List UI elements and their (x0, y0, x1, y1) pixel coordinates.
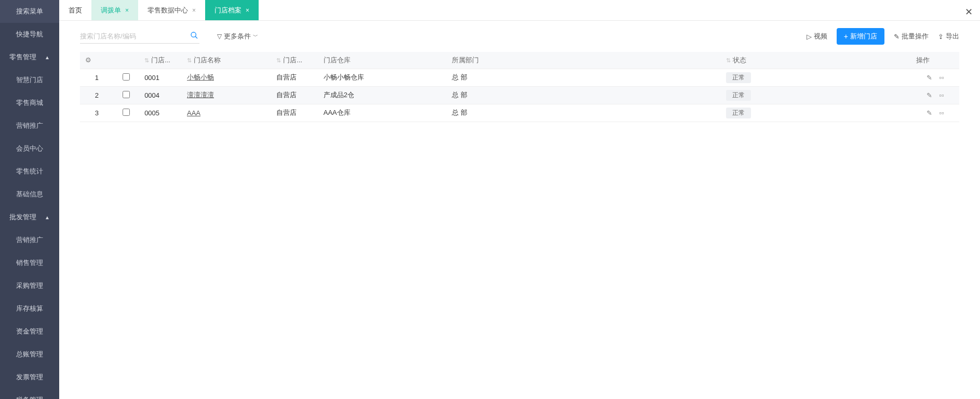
funnel-icon: ▽ (217, 33, 222, 40)
store-name-link[interactable]: AAA (187, 109, 200, 117)
svg-line-1 (195, 36, 197, 38)
main-area: 首页 调拨单× 零售数据中心× 门店档案× ▽ 更多条件 ﹀ ▷视频 +新增门店… (59, 0, 980, 399)
th-store-code[interactable]: ⇅门店... (139, 52, 182, 69)
th-store-name[interactable]: ⇅门店名称 (182, 52, 271, 69)
video-label: 视频 (814, 32, 827, 41)
sidebar-item-label: 零售统计 (16, 167, 43, 176)
cell-checkbox (114, 86, 140, 104)
row-more-icon[interactable]: ▫▫ (939, 91, 944, 99)
sidebar-item-sales-mgmt[interactable]: 销售管理 (0, 251, 59, 274)
th-store-type[interactable]: ⇅门店... (271, 52, 318, 69)
th-status[interactable]: ⇅状态 (721, 52, 911, 69)
cell-code: 0004 (139, 86, 182, 104)
svg-point-0 (191, 32, 196, 37)
sidebar-item-label: 智慧门店 (16, 75, 43, 85)
row-more-icon[interactable]: ▫▫ (939, 109, 944, 117)
cell-type: 自营店 (271, 104, 318, 122)
row-more-icon[interactable]: ▫▫ (939, 74, 944, 82)
sidebar-item-invoice[interactable]: 发票管理 (0, 366, 59, 389)
play-icon: ▷ (807, 33, 812, 41)
th-gear[interactable]: ⚙ (80, 52, 114, 69)
table-header-row: ⚙ ⇅门店... ⇅门店名称 ⇅门店... 门店仓库 所属部门 ⇅状态 操作 (80, 52, 959, 69)
sidebar-item-basic-info[interactable]: 基础信息 (0, 183, 59, 206)
add-store-label: 新增门店 (850, 32, 877, 41)
close-icon[interactable]: × (125, 7, 129, 14)
cell-dept: 总 部 (447, 86, 721, 104)
sidebar-item-label: 总账管理 (16, 350, 43, 359)
row-edit-icon[interactable]: ✎ (927, 74, 932, 82)
sidebar-item-label: 销售管理 (16, 258, 43, 268)
row-checkbox[interactable] (123, 73, 130, 81)
th-label: 状态 (733, 56, 746, 64)
store-name-link[interactable]: 澶澶澶澶 (187, 91, 214, 99)
th-label: 门店仓库 (324, 56, 351, 64)
sidebar-item-marketing-2[interactable]: 营销推广 (0, 229, 59, 251)
store-name-link[interactable]: 小畅小畅 (187, 73, 214, 81)
table-row: 3 0005 AAA 自营店 AAA仓库 总 部 正常 ✎▫▫ (80, 104, 959, 122)
chevron-down-icon: ﹀ (253, 33, 258, 40)
sidebar-item-purchase-mgmt[interactable]: 采购管理 (0, 274, 59, 297)
sidebar-item-inventory[interactable]: 库存核算 (0, 297, 59, 320)
sidebar-item-label: 零售管理 (9, 52, 36, 62)
sidebar-item-label: 营销推广 (16, 121, 43, 130)
export-link[interactable]: ⇪导出 (938, 32, 959, 41)
global-close-button[interactable]: ✕ (961, 4, 977, 20)
table-row: 2 0004 澶澶澶澶 自营店 产成品2仓 总 部 正常 ✎▫▫ (80, 86, 959, 104)
cell-dept: 总 部 (447, 69, 721, 86)
th-checkbox (114, 52, 140, 69)
sidebar-item-tax[interactable]: 税务管理 (0, 389, 59, 399)
sidebar-item-retail-stats[interactable]: 零售统计 (0, 160, 59, 183)
cell-warehouse: 产成品2仓 (318, 86, 447, 104)
sidebar-item-search-menu[interactable]: 搜索菜单 (0, 0, 59, 23)
row-edit-icon[interactable]: ✎ (927, 91, 932, 99)
sidebar-item-marketing[interactable]: 营销推广 (0, 114, 59, 137)
sort-icon: ⇅ (187, 58, 192, 63)
cell-warehouse: AAA仓库 (318, 104, 447, 122)
video-link[interactable]: ▷视频 (807, 32, 827, 41)
tab-transfer-order[interactable]: 调拨单× (91, 0, 138, 20)
more-filter-label: 更多条件 (224, 32, 251, 41)
sidebar-item-ledger[interactable]: 总账管理 (0, 343, 59, 366)
th-ops: 操作 (911, 52, 959, 69)
cell-name: AAA (182, 104, 271, 122)
sidebar-item-member-center[interactable]: 会员中心 (0, 137, 59, 160)
more-filter[interactable]: ▽ 更多条件 ﹀ (217, 32, 258, 41)
sidebar-item-retail-mall[interactable]: 零售商城 (0, 91, 59, 114)
cell-index: 3 (80, 104, 114, 122)
sidebar-item-finance[interactable]: 资金管理 (0, 320, 59, 343)
caret-up-icon: ▲ (45, 55, 50, 60)
close-icon[interactable]: × (246, 7, 249, 14)
sidebar-item-label: 税务管理 (16, 395, 43, 399)
search-icon[interactable] (190, 31, 198, 41)
sort-icon: ⇅ (144, 58, 149, 63)
tab-label: 零售数据中心 (147, 6, 188, 15)
sidebar-item-label: 会员中心 (16, 144, 43, 153)
sort-icon: ⇅ (276, 58, 281, 63)
cell-type: 自营店 (271, 86, 318, 104)
tab-store-archive[interactable]: 门店档案× (205, 0, 259, 20)
th-warehouse: 门店仓库 (318, 52, 447, 69)
plus-icon: + (844, 32, 848, 41)
search-input[interactable] (80, 29, 199, 44)
batch-ops-link[interactable]: ✎批量操作 (894, 32, 929, 41)
close-icon[interactable]: × (192, 7, 196, 14)
cell-code: 0005 (139, 104, 182, 122)
sidebar-item-quick-nav[interactable]: 快捷导航 (0, 23, 59, 46)
cell-name: 小畅小畅 (182, 69, 271, 86)
cell-checkbox (114, 104, 140, 122)
tab-bar: 首页 调拨单× 零售数据中心× 门店档案× (59, 0, 980, 21)
sidebar-group-wholesale[interactable]: 批发管理▲ (0, 206, 59, 229)
export-label: 导出 (946, 32, 959, 41)
cell-warehouse: 小畅小畅仓库 (318, 69, 447, 86)
row-checkbox[interactable] (123, 109, 130, 116)
row-checkbox[interactable] (123, 91, 130, 98)
sidebar-item-smart-store[interactable]: 智慧门店 (0, 69, 59, 91)
cell-status: 正常 (721, 69, 911, 86)
tab-home[interactable]: 首页 (59, 0, 91, 20)
row-edit-icon[interactable]: ✎ (927, 109, 932, 117)
cell-index: 1 (80, 69, 114, 86)
tab-retail-data-center[interactable]: 零售数据中心× (138, 0, 205, 20)
add-store-button[interactable]: +新增门店 (837, 28, 884, 45)
th-label: 所属部门 (452, 56, 479, 64)
sidebar-group-retail[interactable]: 零售管理▲ (0, 46, 59, 69)
